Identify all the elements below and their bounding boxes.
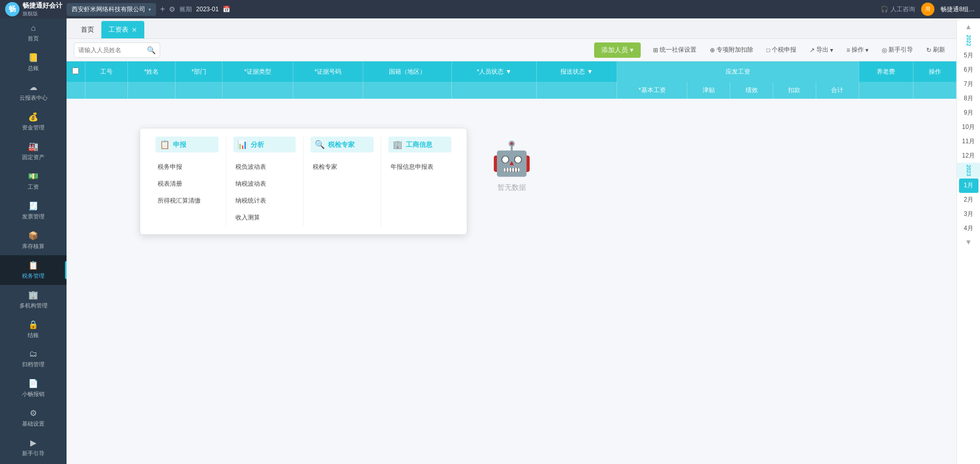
topbar-add-btn[interactable]: +	[160, 5, 165, 14]
popup-item-tax-report[interactable]: 税务申报	[156, 159, 219, 175]
logo-text: 畅捷通好会计	[23, 1, 62, 10]
topbar-right: 🎧 人工咨询 用 畅捷通8组…	[881, 3, 975, 16]
main-layout: ⌂ 首页 📒 总账 ☁ 云报表中心 💰 资金管理 🏭 固定资产 💵 工资 🧾 发…	[0, 18, 980, 464]
calendar-nav-down[interactable]: ▼	[963, 236, 975, 248]
month-10[interactable]: 10月	[959, 120, 978, 134]
month-6[interactable]: 6月	[959, 62, 978, 77]
topbar-settings-btn[interactable]: ⚙	[169, 5, 176, 13]
sidebar-item-guide[interactable]: ▶ 新手引导	[0, 433, 67, 462]
table-sub-header-row: *基本工资 津贴 绩效 扣款 合计	[67, 82, 956, 99]
popup-item-tax-pay-fluctuation[interactable]: 纳税波动表	[233, 175, 296, 192]
year-2023-label: 2023	[957, 163, 980, 178]
sidebar-item-fixed-assets[interactable]: 🏭 固定资产	[0, 137, 67, 166]
sidebar-item-archive-label: 归档管理	[22, 361, 45, 368]
sidebar-item-basic-label: 基础设置	[22, 420, 45, 428]
sidebar-item-ledger[interactable]: 📒 总账	[0, 48, 67, 77]
header-checkbox[interactable]	[67, 61, 85, 82]
popup-item-tax-stats[interactable]: 纳税统计表	[233, 192, 296, 209]
popup-item-annual-report[interactable]: 年报信息申报表	[388, 159, 452, 175]
popup-grid: 📋 申报 税务申报 税表清册 所得税汇算清缴 📊 分析 税负波动表	[148, 137, 459, 226]
sidebar-item-home-label: 首页	[28, 35, 39, 42]
popup-item-income-tax-clear[interactable]: 所得税汇算清缴	[156, 192, 219, 209]
sidebar-item-fixed-assets-label: 固定资产	[22, 153, 45, 161]
operation-btn[interactable]: ≡ 操作 ▾	[842, 43, 873, 56]
export-btn[interactable]: ↗ 导出 ▾	[805, 43, 837, 56]
sidebar-item-tax[interactable]: 📋 税务管理	[0, 255, 67, 285]
sub-header-empty-3	[128, 82, 176, 99]
sidebar-item-xiaochang[interactable]: 📄 小畅报销	[0, 373, 67, 403]
header-pension: 养老费	[859, 61, 913, 82]
search-input-wrap[interactable]: 🔍	[74, 42, 160, 58]
header-dept: *部门	[175, 61, 223, 82]
popup-item-tax-expert[interactable]: 税检专家	[311, 159, 374, 175]
home-icon: ⌂	[31, 24, 36, 33]
month-11[interactable]: 11月	[959, 134, 978, 148]
tab-home[interactable]: 首页	[74, 21, 101, 38]
header-emp-no: 工号	[85, 61, 128, 82]
topbar: 畅 畅捷通好会计 旗舰版 西安虾米网络科技有限公司 ▾ + ⚙ 账期 2023-…	[0, 0, 980, 18]
logo-area: 畅 畅捷通好会计 旗舰版	[5, 1, 62, 17]
sidebar-item-archive[interactable]: 🗂 归档管理	[0, 344, 67, 373]
select-all-checkbox[interactable]	[72, 68, 79, 74]
cloud-report-icon: ☁	[29, 82, 37, 92]
month-8[interactable]: 8月	[959, 91, 978, 105]
sub-header-empty-9	[537, 82, 617, 99]
sidebar-item-cloud-report[interactable]: ☁ 云报表中心	[0, 77, 67, 107]
month-9[interactable]: 9月	[959, 105, 978, 120]
unify-social-label: 统一社保设置	[660, 46, 696, 54]
sidebar-item-salary[interactable]: 💵 工资	[0, 166, 67, 196]
export-label: 导出	[816, 46, 829, 54]
search-input[interactable]	[78, 47, 145, 54]
sidebar-item-close[interactable]: 🔒 结账	[0, 315, 67, 344]
tab-close-icon[interactable]: ✕	[132, 26, 137, 34]
logo-text-wrap: 畅捷通好会计 旗舰版	[23, 1, 62, 17]
calendar-nav-up[interactable]: ▲	[963, 20, 975, 33]
sidebar-item-home[interactable]: ⌂ 首页	[0, 18, 67, 48]
tax-return-btn[interactable]: □ 个税申报	[763, 43, 800, 56]
tab-salary-table[interactable]: 工资表 ✕	[101, 21, 144, 38]
sidebar-item-multi-org[interactable]: 🏢 多机构管理	[0, 285, 67, 315]
add-person-button[interactable]: 添加人员 ▾	[594, 42, 641, 58]
sidebar-item-fund[interactable]: 💰 资金管理	[0, 107, 67, 137]
user-name[interactable]: 畅捷通8组…	[941, 5, 975, 14]
popup-item-tax-table[interactable]: 税表清册	[156, 175, 219, 192]
analysis-icon: 📊	[237, 140, 248, 149]
guide-btn[interactable]: ◎ 新手引导	[878, 43, 917, 56]
biz-info-title: 工商信息	[406, 140, 432, 149]
month-12[interactable]: 12月	[959, 148, 978, 163]
refresh-btn[interactable]: ↻ 刷新	[922, 43, 949, 56]
multi-org-icon: 🏢	[28, 290, 38, 300]
company-selector[interactable]: 西安虾米网络科技有限公司 ▾	[67, 3, 156, 16]
tab-home-label: 首页	[81, 25, 94, 34]
month-5[interactable]: 5月	[959, 48, 978, 62]
popup-item-income-budget[interactable]: 收入测算	[233, 209, 296, 226]
sub-header-deduction: 扣款	[773, 82, 816, 99]
service-label: 人工咨询	[890, 5, 915, 14]
month-3[interactable]: 3月	[959, 207, 978, 222]
header-id-type: *证据类型	[223, 61, 293, 82]
search-icon: 🔍	[147, 46, 156, 54]
sub-header-empty-2	[85, 82, 128, 99]
popup-item-tax-fluctuation[interactable]: 税负波动表	[233, 159, 296, 175]
sidebar-item-inventory[interactable]: 📦 库存核算	[0, 226, 67, 255]
month-4[interactable]: 4月	[959, 222, 978, 236]
special-deduct-btn[interactable]: ⊕ 专项附加扣除	[706, 43, 757, 56]
toolbar-actions: ⊞ 统一社保设置 ⊕ 专项附加扣除 □ 个税申报 ↗ 导出 ▾ ≡	[649, 43, 949, 56]
shenbao-icon: 📋	[160, 140, 170, 149]
unify-social-btn[interactable]: ⊞ 统一社保设置	[649, 43, 701, 56]
sidebar-item-invoice[interactable]: 🧾 发票管理	[0, 196, 67, 226]
service-btn[interactable]: 🎧 人工咨询	[881, 5, 915, 14]
header-status: *人员状态 ▼	[452, 61, 537, 82]
calendar-icon[interactable]: 📅	[223, 6, 230, 13]
popup-col-shenbao: 📋 申报 税务申报 税表清册 所得税汇算清缴	[148, 137, 226, 226]
month-1-active[interactable]: 1月	[959, 179, 978, 193]
operation-chevron-icon: ▾	[865, 47, 868, 54]
salary-icon: 💵	[28, 171, 38, 181]
sidebar-item-basic[interactable]: ⚙ 基础设置	[0, 403, 67, 433]
month-7[interactable]: 7月	[959, 77, 978, 91]
month-2[interactable]: 2月	[959, 193, 978, 207]
tax-return-label: 个税申报	[772, 46, 796, 54]
topbar-left: 畅 畅捷通好会计 旗舰版 西安虾米网络科技有限公司 ▾ + ⚙ 账期 2023-…	[5, 1, 230, 17]
header-action: 操作	[913, 61, 956, 82]
sub-header-empty-7	[363, 82, 452, 99]
